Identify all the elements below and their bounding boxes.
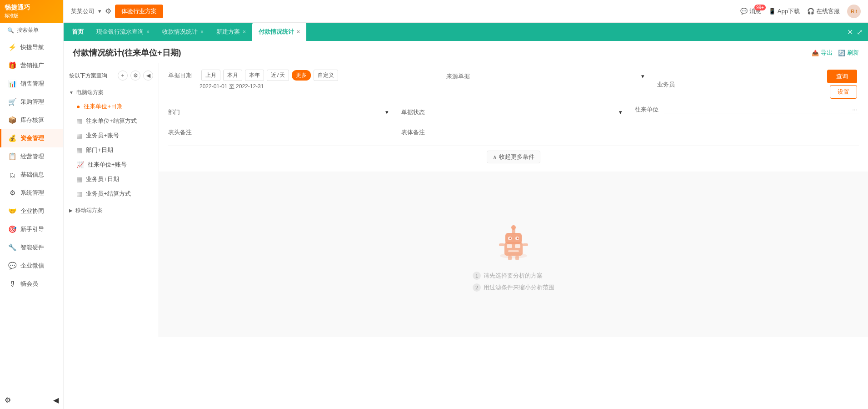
scheme-panel-title: 按以下方案查询	[69, 72, 107, 80]
refresh-btn[interactable]: 🔄 刷新	[838, 49, 859, 57]
set-btn[interactable]: 设置	[830, 85, 857, 99]
sidebar-item-label: 快捷导航	[20, 43, 44, 51]
tab-payment-stats-label: 收款情况统计	[162, 28, 198, 36]
partner-dots[interactable]: ···	[852, 106, 857, 113]
sidebar-item-sales[interactable]: 📊 销售管理	[0, 75, 63, 93]
online-service-btn[interactable]: 🎧 在线客服	[807, 7, 840, 15]
svg-rect-5	[505, 233, 522, 244]
sidebar-logo: 畅捷通巧 标准版	[0, 0, 63, 23]
date-btn-7days[interactable]: 近7天	[267, 70, 289, 81]
sidebar-search[interactable]: 🔍 搜索菜单	[0, 23, 63, 38]
tab-close-all-icon[interactable]: ✕	[847, 28, 853, 36]
header-note-input[interactable]	[198, 126, 392, 139]
logo-sub: 标准版	[5, 13, 30, 19]
sidebar-item-fund[interactable]: 💰 资金管理	[0, 129, 63, 147]
tab-bank-flow[interactable]: 现金银行流水查询 ×	[90, 23, 156, 41]
scheme-mobile-group[interactable]: ▶ 移动端方案	[64, 204, 159, 217]
tab-new-scheme-close[interactable]: ×	[243, 29, 246, 35]
user-initial: Rit	[851, 9, 857, 14]
tab-payment-stats2[interactable]: 付款情况统计 ×	[252, 23, 306, 41]
desktop-arrow-icon: ▼	[69, 90, 74, 95]
tab-payment-stats[interactable]: 收款情况统计 ×	[156, 23, 210, 41]
refresh-label: 刷新	[847, 49, 859, 57]
scheme-s1-label: 往来单位+日期	[84, 102, 123, 111]
filter-panel: 单据日期 上月 本月 本年 近7天 更多 自定义	[159, 63, 868, 337]
header-note-label: 表头备注	[168, 128, 193, 136]
sidebar-item-system[interactable]: ⚙ 系统管理	[0, 184, 63, 202]
sidebar-item-marketing[interactable]: 🎁 营销推广	[0, 56, 63, 75]
collapse-label: 收起更多条件	[499, 153, 534, 161]
app-download-btn[interactable]: 📱 App下载	[768, 7, 800, 15]
svg-point-8	[509, 237, 511, 239]
filter-row-1: 单据日期 上月 本月 本年 近7天 更多 自定义	[168, 70, 859, 99]
scheme-item-s2[interactable]: ▦ 往来单位+结算方式	[64, 114, 159, 128]
notification-btn[interactable]: 💬 消息 99+	[740, 7, 761, 15]
svg-rect-1	[504, 242, 523, 256]
sidebar-item-inventory[interactable]: 📦 库存核算	[0, 111, 63, 129]
tab-expand-icon[interactable]: ⤢	[857, 28, 863, 36]
topbar-settings-icon[interactable]: ⚙	[105, 7, 111, 15]
app-icon: 📱	[768, 8, 776, 15]
date-btn-this-year[interactable]: 本年	[245, 70, 264, 81]
source-doc-select[interactable]: ▾	[476, 70, 648, 83]
page-container: 付款情况统计(往来单位+日期) 📤 导出 🔄 刷新	[64, 41, 868, 409]
try-industry-btn[interactable]: 体验行业方案	[115, 5, 163, 18]
sidebar-item-member[interactable]: 🎖 畅会员	[0, 275, 63, 293]
export-btn[interactable]: 📤 导出	[812, 49, 833, 57]
sidebar-settings-icon[interactable]: ⚙	[5, 396, 11, 404]
date-btn-more[interactable]: 更多	[292, 70, 311, 81]
scheme-desktop-group: ▼ 电脑端方案 ● 往来单位+日期 ▦ 往来单位+结算方式 ▦	[64, 83, 159, 204]
hardware-icon: 🔧	[8, 243, 17, 252]
sidebar-item-label: 经营管理	[20, 152, 44, 161]
sidebar-item-label: 采购管理	[20, 98, 44, 106]
scheme-item-s7[interactable]: ▦ 业务员+结算方式	[64, 187, 159, 201]
scheme-collapse-btn[interactable]: ◀	[143, 71, 153, 81]
sidebar-collapse-icon[interactable]: ◀	[53, 396, 59, 404]
sidebar-item-label: 新手引导	[20, 225, 44, 233]
sidebar-item-hardware[interactable]: 🔧 智能硬件	[0, 238, 63, 257]
sidebar-item-corp[interactable]: 🤝 企业协同	[0, 202, 63, 220]
date-selector: 上月 本月 本年 近7天 更多 自定义	[201, 70, 338, 81]
body-note-input[interactable]	[431, 126, 625, 139]
scheme-item-s5[interactable]: 📈 往来单位+账号	[64, 157, 159, 172]
notification-badge: 99+	[754, 5, 766, 10]
sidebar-item-ops[interactable]: 📋 经营管理	[0, 147, 63, 166]
sidebar-item-quick-nav[interactable]: ⚡ 快捷导航	[0, 38, 63, 56]
export-icon: 📤	[812, 50, 819, 56]
scheme-desktop-title[interactable]: ▼ 电脑端方案	[64, 86, 159, 99]
scheme-item-s3[interactable]: ▦ 业务员+账号	[64, 128, 159, 143]
query-btn[interactable]: 查询	[827, 70, 857, 83]
sidebar-item-wechat[interactable]: 💬 企业微信	[0, 257, 63, 275]
logo-name: 畅捷通巧	[5, 4, 30, 12]
date-btn-custom[interactable]: 自定义	[314, 70, 338, 81]
topbar-dropdown-icon[interactable]: ▾	[98, 8, 101, 15]
tab-home[interactable]: 首页	[65, 23, 90, 41]
avatar[interactable]: Rit	[847, 5, 861, 18]
doc-status-select[interactable]: ▾	[431, 106, 625, 119]
tab-bank-flow-close[interactable]: ×	[146, 29, 150, 35]
sidebar-item-guide[interactable]: 🎯 新手引导	[0, 220, 63, 238]
scheme-item-s1[interactable]: ● 往来单位+日期	[64, 99, 159, 114]
dept-select[interactable]: ▾	[198, 106, 392, 119]
date-btn-this-month[interactable]: 本月	[223, 70, 242, 81]
scheme-s4-icon: ▦	[76, 146, 82, 154]
filter-actions-row: ∧ 收起更多条件	[168, 146, 859, 165]
scheme-panel-header: 按以下方案查询 + ⚙ ◀	[64, 68, 159, 83]
sidebar-item-label: 企业微信	[20, 262, 44, 270]
scheme-item-s6[interactable]: ▦ 业务员+日期	[64, 172, 159, 187]
scheme-settings-btn[interactable]: ⚙	[130, 71, 140, 81]
search-label: 搜索菜单	[17, 26, 39, 34]
tab-new-scheme[interactable]: 新建方案 ×	[210, 23, 252, 41]
date-label: 单据日期	[168, 71, 193, 80]
collapse-conditions-btn[interactable]: ∧ 收起更多条件	[487, 151, 540, 163]
sidebar-item-label: 智能硬件	[20, 243, 44, 252]
tab-payment-stats2-close[interactable]: ×	[297, 29, 300, 35]
scheme-s7-icon: ▦	[76, 190, 82, 197]
scheme-s5-label: 往来单位+账号	[88, 161, 127, 169]
sidebar-item-purchase[interactable]: 🛒 采购管理	[0, 93, 63, 111]
date-btn-last-month[interactable]: 上月	[201, 70, 220, 81]
scheme-add-btn[interactable]: +	[118, 71, 128, 81]
sidebar-item-basic[interactable]: 🗂 基础信息	[0, 166, 63, 184]
scheme-item-s4[interactable]: ▦ 部门+日期	[64, 143, 159, 157]
tab-payment-stats-close[interactable]: ×	[200, 29, 204, 35]
